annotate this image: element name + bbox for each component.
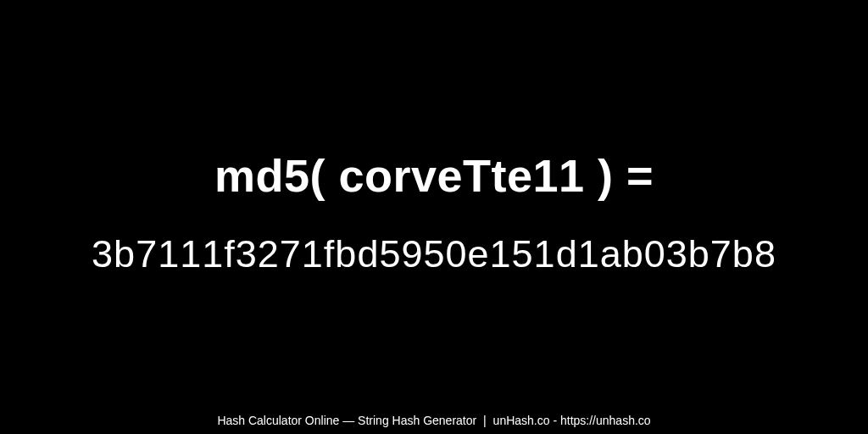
- footer-site-link[interactable]: unHash.co - https://unhash.co: [493, 414, 651, 427]
- footer-separator: |: [480, 414, 490, 427]
- footer-tagline: Hash Calculator Online — String Hash Gen…: [217, 414, 476, 427]
- hash-expression: md5( corveTte11 ) =: [214, 149, 654, 202]
- hash-output: 3b7111f3271fbd5950e151d1ab03b7b8: [92, 232, 776, 276]
- hash-result-card: md5( corveTte11 ) = 3b7111f3271fbd5950e1…: [0, 0, 868, 434]
- footer: Hash Calculator Online — String Hash Gen…: [0, 414, 868, 427]
